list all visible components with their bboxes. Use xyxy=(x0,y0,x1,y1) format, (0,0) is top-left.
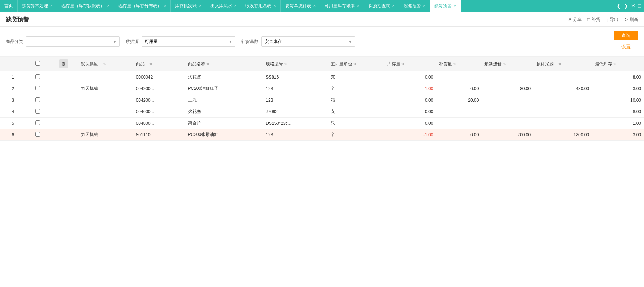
row-checkbox-cell xyxy=(26,129,49,141)
close-tab-2[interactable]: × xyxy=(107,4,109,8)
row-code: 004600... xyxy=(133,106,185,118)
refresh-button[interactable]: ↻ 刷新 xyxy=(624,17,638,23)
close-tab-10[interactable]: × xyxy=(423,4,425,8)
tab-expiry-query[interactable]: 保质期查询 × xyxy=(364,0,399,12)
row-minstock: 3.00 xyxy=(592,83,644,94)
tab-inventory-dist[interactable]: 现存量（库存分布表） × xyxy=(114,0,171,12)
col-header-estimated: 预计采购... ⇅ xyxy=(534,57,592,71)
data-table: ⚙ 默认供应... ⇅ 商品... ⇅ xyxy=(0,57,644,141)
data-source-select[interactable]: 可用量 ▼ xyxy=(142,36,235,47)
tab-shortage-warning[interactable]: 缺货预警 × xyxy=(430,0,461,12)
sort-price-icon[interactable]: ⇅ xyxy=(503,62,506,66)
sort-supplier-icon[interactable]: ⇅ xyxy=(103,62,106,66)
tab-summary[interactable]: 收发存汇总表 × xyxy=(241,0,280,12)
tab-home[interactable]: 首页 xyxy=(0,0,18,12)
row-minstock: 1.00 xyxy=(592,118,644,129)
row-price: 80.00 xyxy=(482,83,534,94)
col-header-checkbox xyxy=(26,57,49,71)
datasource-arrow-icon: ▼ xyxy=(229,40,232,44)
tab-pick-exception[interactable]: 拣货异常处理 × xyxy=(18,0,57,12)
row-spec: 123 xyxy=(263,83,328,94)
close-tab-1[interactable]: × xyxy=(50,4,52,8)
settings-button[interactable]: 设置 xyxy=(614,42,638,52)
row-checkbox-cell xyxy=(26,106,49,118)
table-row: 1 0000042 火花塞 SS816 支 0.00 8.00 xyxy=(0,71,644,83)
row-checkbox[interactable] xyxy=(35,120,40,125)
restock-arrow-icon: ▼ xyxy=(348,40,352,44)
product-category-select[interactable]: ▼ xyxy=(26,36,120,47)
close-tab-8[interactable]: × xyxy=(357,4,359,8)
col-header-restock: 补货量 ⇅ xyxy=(436,57,482,71)
restock-base-group: 补货基数 安全库存 ▼ xyxy=(241,36,355,47)
filter-actions: 查询 设置 xyxy=(614,31,638,52)
row-price xyxy=(482,106,534,118)
row-checkbox[interactable] xyxy=(35,86,40,90)
sort-stock-icon[interactable]: ⇅ xyxy=(401,62,404,66)
close-tab-3[interactable]: × xyxy=(164,4,166,8)
row-price xyxy=(482,118,534,129)
close-tab-6[interactable]: × xyxy=(274,4,276,8)
tab-inventory-status[interactable]: 现存量（库存状况表） × xyxy=(57,0,114,12)
sort-minstock-icon[interactable]: ⇅ xyxy=(613,62,616,66)
row-checkbox[interactable] xyxy=(35,132,40,137)
tab-fullscreen[interactable]: □ xyxy=(637,0,643,12)
row-checkbox[interactable] xyxy=(35,109,40,114)
row-supplier xyxy=(78,118,133,129)
table-body: 1 0000042 火花塞 SS816 支 0.00 8.00 2 力天机械 0… xyxy=(0,71,644,141)
row-spec: J7092 xyxy=(263,106,328,118)
restock-button[interactable]: □ 补货 xyxy=(587,17,600,23)
close-tab-7[interactable]: × xyxy=(313,4,316,8)
row-unit: 支 xyxy=(328,106,384,118)
sort-code-icon[interactable]: ⇅ xyxy=(149,62,152,66)
close-tab-5[interactable]: × xyxy=(234,4,236,8)
close-tab-9[interactable]: × xyxy=(392,4,395,8)
main-content: 缺货预警 ↗ 分享 □ 补货 ↓ 导出 ↻ 刷新 商品分类 xyxy=(0,12,644,287)
tab-scroll-left[interactable]: ❮ xyxy=(615,0,622,12)
tab-batch-account[interactable]: 库存批次账 × xyxy=(171,0,206,12)
restock-base-select[interactable]: 安全库存 ▼ xyxy=(261,36,355,47)
page-title: 缺货预警 xyxy=(6,16,567,23)
select-all-checkbox[interactable] xyxy=(35,61,40,66)
page-header: 缺货预警 ↗ 分享 □ 补货 ↓ 导出 ↻ 刷新 xyxy=(0,12,644,27)
row-name: PC200张紧油缸 xyxy=(185,129,263,141)
query-button[interactable]: 查询 xyxy=(614,31,638,40)
row-checkbox[interactable] xyxy=(35,74,40,79)
table-settings-gear[interactable]: ⚙ xyxy=(59,59,68,68)
row-unit: 支 xyxy=(328,71,384,83)
sort-estimated-icon[interactable]: ⇅ xyxy=(558,62,561,66)
tab-purchase-stats[interactable]: 要货单统计表 × xyxy=(281,0,320,12)
sort-name-icon[interactable]: ⇅ xyxy=(206,62,209,66)
table-container: ⚙ 默认供应... ⇅ 商品... ⇅ xyxy=(0,57,644,141)
row-code: 801110... xyxy=(133,129,185,141)
col-header-unit: 主计量单位 ⇅ xyxy=(328,57,384,71)
row-name: 火花塞 xyxy=(185,71,263,83)
tab-bar: 首页 拣货异常处理 × 现存量（库存状况表） × 现存量（库存分布表） × 库存… xyxy=(0,0,644,12)
row-name: 火花塞 xyxy=(185,106,263,118)
row-supplier xyxy=(78,106,133,118)
row-restock: 6.00 xyxy=(436,83,482,94)
row-code: 004200... xyxy=(133,83,185,94)
col-header-minstock: 最低库存 ⇅ xyxy=(592,57,644,71)
tab-inout-flow[interactable]: 出入库流水 × xyxy=(206,0,241,12)
tab-scroll-right[interactable]: ❯ xyxy=(622,0,630,12)
sort-restock-icon[interactable]: ⇅ xyxy=(453,62,456,66)
sort-spec-icon[interactable]: ⇅ xyxy=(284,62,287,66)
filter-bar: 商品分类 ▼ 数据源 可用量 ▼ 补货基数 安全库存 ▼ 查询 设置 xyxy=(0,27,644,57)
row-estimated: 1200.00 xyxy=(534,129,592,141)
sort-unit-icon[interactable]: ⇅ xyxy=(353,62,356,66)
table-row: 4 004600... 火花塞 J7092 支 0.00 8.00 xyxy=(0,106,644,118)
tab-overstock-warning[interactable]: 超储预警 × xyxy=(399,0,430,12)
col-header-price: 最新进价 ⇅ xyxy=(482,57,534,71)
tab-available-ledger[interactable]: 可用量库存账本 × xyxy=(320,0,364,12)
share-button[interactable]: ↗ 分享 xyxy=(567,17,582,23)
close-tab-4[interactable]: × xyxy=(199,4,201,8)
tab-close-all[interactable]: ✕ xyxy=(630,0,637,12)
row-name: 三九 xyxy=(185,94,263,106)
row-stock: 0.00 xyxy=(384,106,436,118)
row-minstock: 8.00 xyxy=(592,71,644,83)
row-checkbox[interactable] xyxy=(35,97,40,102)
export-button[interactable]: ↓ 导出 xyxy=(606,17,619,23)
close-tab-11[interactable]: × xyxy=(454,4,456,8)
table-header-row: ⚙ 默认供应... ⇅ 商品... ⇅ xyxy=(0,57,644,71)
row-minstock: 10.00 xyxy=(592,94,644,106)
